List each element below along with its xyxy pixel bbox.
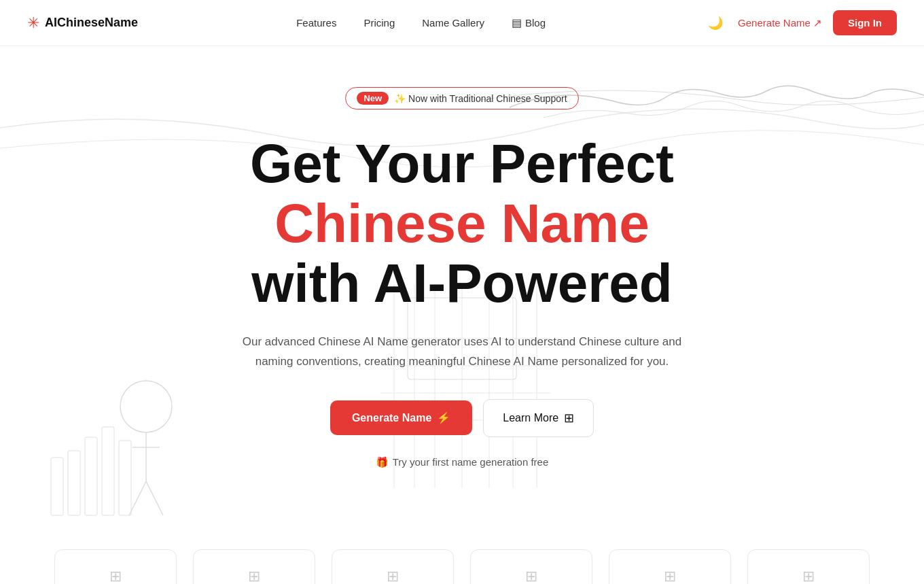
hero-section: New ✨ Now with Traditional Chinese Suppo…: [0, 46, 924, 536]
signin-button[interactable]: Sign In: [833, 10, 897, 35]
card-strip: ⊞ ⊞ ⊞ ⊞ ⊞ ⊞: [0, 536, 924, 584]
blog-icon: ▤: [512, 16, 522, 29]
svg-rect-20: [68, 451, 80, 515]
svg-rect-18: [119, 441, 131, 515]
svg-line-15: [129, 481, 146, 515]
announcement-badge: New ✨ Now with Traditional Chinese Suppo…: [345, 87, 578, 109]
hero-content: New ✨ Now with Traditional Chinese Suppo…: [231, 87, 693, 468]
nav-name-gallery[interactable]: Name Gallery: [411, 12, 495, 34]
svg-rect-17: [102, 427, 114, 515]
nav-pricing[interactable]: Pricing: [353, 12, 406, 34]
lightning-icon: ⚡: [437, 411, 450, 424]
card-item: ⊞: [54, 549, 177, 584]
brand-name: AIChineseName: [45, 16, 138, 30]
nav-generate-link[interactable]: Generate Name ↗: [738, 17, 822, 29]
svg-line-16: [146, 481, 163, 515]
card-item: ⊞: [470, 549, 592, 584]
card-item: ⊞: [193, 549, 315, 584]
cta-buttons: Generate Name ⚡ Learn More ⊞: [330, 399, 594, 437]
nav-features[interactable]: Features: [285, 12, 347, 34]
gift-icon: 🎁: [376, 456, 389, 468]
card-item: ⊞: [747, 549, 870, 584]
logo-icon: ✳: [27, 14, 39, 32]
nav-actions: 🌙 Generate Name ↗ Sign In: [704, 10, 897, 35]
brand-logo[interactable]: ✳ AIChineseName: [27, 14, 138, 32]
learn-more-button[interactable]: Learn More ⊞: [483, 399, 594, 437]
card-item: ⊞: [332, 549, 454, 584]
theme-toggle-button[interactable]: 🌙: [704, 12, 727, 35]
svg-rect-21: [51, 458, 63, 515]
card-item: ⊞: [609, 549, 731, 584]
hero-title-line2: Chinese Name: [250, 194, 674, 254]
nav-blog[interactable]: ▤ Blog: [501, 11, 556, 35]
layout-icon: ⊞: [564, 411, 574, 426]
hero-title-line3: with AI-Powered: [250, 254, 674, 313]
generate-name-button[interactable]: Generate Name ⚡: [330, 400, 472, 435]
navbar: ✳ AIChineseName Features Pricing Name Ga…: [0, 0, 924, 46]
hero-subtitle: Our advanced Chinese AI Name generator u…: [231, 332, 693, 372]
nav-links: Features Pricing Name Gallery ▤ Blog: [285, 11, 556, 35]
hero-title-line1: Get Your Perfect: [250, 134, 674, 194]
badge-new-label: New: [357, 92, 389, 105]
badge-text: ✨ Now with Traditional Chinese Support: [394, 93, 567, 104]
svg-rect-19: [85, 437, 97, 515]
hero-title: Get Your Perfect Chinese Name with AI-Po…: [250, 134, 674, 313]
free-trial-notice: 🎁 Try your first name generation free: [376, 456, 549, 468]
svg-point-12: [120, 381, 172, 432]
